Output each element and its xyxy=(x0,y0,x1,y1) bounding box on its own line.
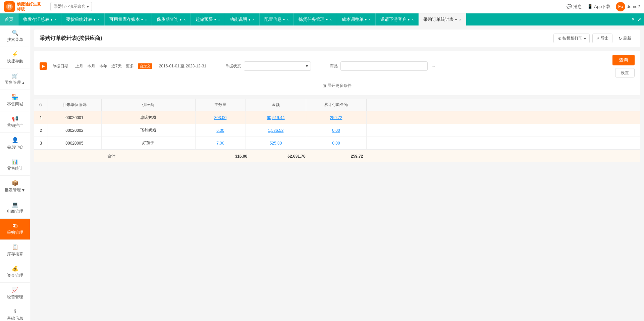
sidebar-item-marketing[interactable]: 📢 营销推广 xyxy=(0,111,30,133)
close-icon[interactable]: × xyxy=(330,17,332,21)
column-settings-icon[interactable]: ⚙ xyxy=(39,103,43,107)
col-code-header: 往来单位编码 xyxy=(48,99,101,111)
sidebar-item-retail-stats[interactable]: 📊 零售统计 xyxy=(0,154,30,176)
table-row[interactable]: 2 00020002 飞鹤奶粉 6.00 1,586.52 xyxy=(34,124,640,137)
sidebar-item-purchase[interactable]: 🛍 采购管理 xyxy=(0,219,30,240)
megaphone-icon: 📢 xyxy=(2,115,28,122)
query-button[interactable]: 查询 xyxy=(612,55,635,65)
sidebar-item-finance[interactable]: 💰 资金管理 xyxy=(0,261,30,283)
tab-gongneng[interactable]: 功能说明 ▾ × xyxy=(225,13,259,25)
sidebar-item-retail-mgmt[interactable]: 🛒 零售管理 ▲ xyxy=(0,68,30,90)
chevron-down-icon: ▾ xyxy=(180,18,181,21)
status-select[interactable]: ▾ xyxy=(244,61,311,71)
account-selector[interactable]: 母婴行业演示账套 ▾ xyxy=(50,2,92,11)
date-label: 单据日期 xyxy=(52,63,68,69)
chevron-down-icon: ▾ xyxy=(326,18,328,21)
expand-icon[interactable]: ⤢ xyxy=(637,17,641,22)
table-row[interactable]: 3 00020005 好孩子 7.00 525.80 xyxy=(34,137,640,150)
close-icon[interactable]: × xyxy=(183,17,185,21)
chevron-down-icon: ▾ xyxy=(87,4,89,9)
shortcut-last-month[interactable]: 上月 xyxy=(74,63,85,69)
row-3-seq: 3 xyxy=(34,137,48,150)
shortcut-this-year[interactable]: 本年 xyxy=(98,63,109,69)
more-options-icon[interactable]: ··· xyxy=(432,64,435,68)
tab-peizhi[interactable]: 配置信息 ▾ × xyxy=(260,13,294,25)
shortcut-more[interactable]: 更多 xyxy=(124,63,135,69)
close-window-icon[interactable]: × xyxy=(632,16,635,22)
chevron-down-icon: ▾ xyxy=(306,64,308,68)
download-icon: 📱 xyxy=(587,4,593,9)
tab-shoufacun[interactable]: 收发存汇总表 ▾ × xyxy=(18,13,61,25)
close-icon[interactable]: × xyxy=(412,17,414,21)
table-footer: 合计 316.00 62,631.76 259.72 xyxy=(34,150,640,162)
table-container: ⚙ 往来单位编码 供应商 主数量 金额 xyxy=(34,99,640,162)
expand-more-button[interactable]: ⊞ 展开更多条件 xyxy=(319,82,356,90)
custom-tag: 自定义 xyxy=(138,63,152,69)
close-icon[interactable]: × xyxy=(287,17,289,21)
app-logo-icon: 好 xyxy=(4,1,15,12)
sidebar-item-quicknav[interactable]: ⚡ 快捷导航 xyxy=(0,47,30,68)
filter-toggle[interactable]: ▶ xyxy=(40,62,47,70)
tab-caigou-active[interactable]: 采购订单统计表 ▾ × xyxy=(419,13,466,25)
shopping-icon: 🛍 xyxy=(2,223,28,229)
tab-baozhi[interactable]: 保质期查询 ▾ × xyxy=(152,13,191,25)
tab-home[interactable]: 首页 xyxy=(0,13,18,25)
row-2-seq: 2 xyxy=(34,124,48,137)
shortcut-this-month[interactable]: 本月 xyxy=(86,63,97,69)
row-1-qty: 303.00 xyxy=(195,111,246,124)
message-button[interactable]: 💬 消息 xyxy=(567,4,582,10)
chevron-down-icon: ▾ xyxy=(94,18,95,21)
chevron-down-icon: ▾ xyxy=(141,18,143,21)
table-row[interactable]: 1 00020001 惠氏奶粉 303.00 60,519.44 xyxy=(34,111,640,124)
settings-button[interactable]: 设置 xyxy=(615,68,635,77)
tab-keyongliang[interactable]: 可用量库存账本 ▾ × xyxy=(105,13,152,25)
avatar: Ea xyxy=(616,2,625,11)
sidebar-item-operations[interactable]: 📈 经营管理 xyxy=(0,283,30,304)
row-2-paid: 0.00 xyxy=(306,124,366,137)
status-filter-group: 单据状态 ▾ xyxy=(225,61,311,71)
sidebar-item-member[interactable]: 👤 会员中心 xyxy=(0,133,30,154)
goods-input[interactable] xyxy=(340,61,428,71)
search-icon: 🔍 xyxy=(2,30,28,36)
filter-more-row: ⊞ 展开更多条件 xyxy=(40,80,635,91)
refresh-button[interactable]: ↻ 刷新 xyxy=(615,34,635,43)
sidebar-item-search[interactable]: 🔍 搜索菜单 xyxy=(0,25,30,47)
close-icon[interactable]: × xyxy=(97,17,99,21)
close-icon[interactable]: × xyxy=(54,17,56,21)
close-icon[interactable]: × xyxy=(145,17,147,21)
close-icon[interactable]: × xyxy=(369,17,371,21)
money-icon: 💰 xyxy=(2,265,28,272)
sidebar-item-wholesale[interactable]: 📦 批发管理 ▼ xyxy=(0,176,30,197)
chevron-down-icon: ▾ xyxy=(584,36,586,41)
sidebar-item-ecommerce[interactable]: 💻 电商管理 xyxy=(0,197,30,219)
row-3-code: 00020005 xyxy=(48,137,101,150)
page-header: 采购订单统计表(按供应商) 🖨 按模板打印 ▾ ↗ 导出 ↻ 刷新 xyxy=(34,30,640,47)
message-icon: 💬 xyxy=(567,4,572,9)
export-button[interactable]: ↗ 导出 xyxy=(592,34,612,43)
app-download-button[interactable]: 📱 App下载 xyxy=(587,4,610,10)
row-2-amount: 1,586.52 xyxy=(246,124,306,137)
row-3-supplier: 好孩子 xyxy=(101,137,195,150)
sidebar-item-basic-info[interactable]: ℹ 基础信息 xyxy=(0,304,30,321)
row-1-code: 00020001 xyxy=(48,111,101,124)
tab-yaohuo[interactable]: 要货单统计表 ▾ × xyxy=(61,13,104,25)
close-icon[interactable]: × xyxy=(218,17,220,21)
shortcut-7days[interactable]: 近7天 xyxy=(110,63,123,69)
nav-tabs: 首页 收发存汇总表 ▾ × 要货单统计表 ▾ × 可用量库存账本 ▾ × 保质期… xyxy=(0,13,644,25)
svg-text:好: 好 xyxy=(7,5,12,9)
print-button[interactable]: 🖨 按模板打印 ▾ xyxy=(553,34,590,43)
close-icon[interactable]: × xyxy=(459,17,461,21)
goods-filter-group: 商品 ··· xyxy=(330,61,435,71)
chevron-icon: ▲ xyxy=(21,81,25,85)
tab-yaoqing[interactable]: 邀请下游客户 ▾ × xyxy=(376,13,419,25)
row-3-paid: 0.00 xyxy=(306,137,366,150)
user-avatar[interactable]: Ea demo2 xyxy=(616,2,640,11)
sidebar-item-retail-mall[interactable]: 🏪 零售商城 xyxy=(0,90,30,111)
sidebar-item-inventory[interactable]: 📋 库存核算 xyxy=(0,240,30,261)
close-icon[interactable]: × xyxy=(252,17,254,21)
tab-chengben[interactable]: 成本调整单 ▾ × xyxy=(337,13,376,25)
tab-chaochuyujing[interactable]: 超储预警 ▾ × xyxy=(191,13,225,25)
chevron-down-icon: ▾ xyxy=(365,18,367,21)
row-1-supplier: 惠氏奶粉 xyxy=(101,111,195,124)
tab-jianhuo[interactable]: 拣货任务管理 ▾ × xyxy=(294,13,337,25)
